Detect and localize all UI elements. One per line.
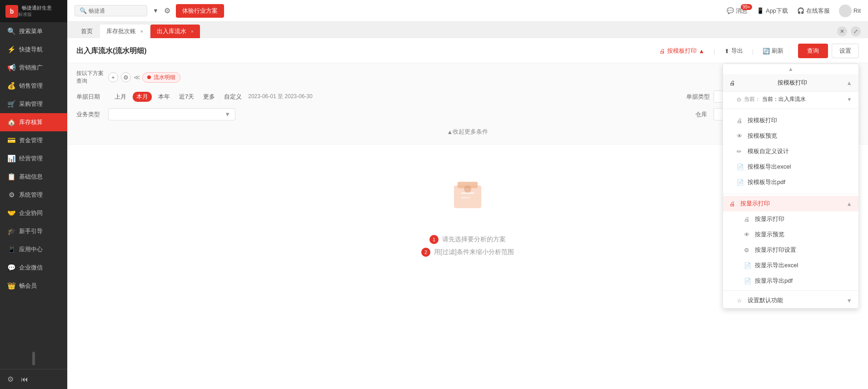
active-filter-tag[interactable]: 流水明细 [142,72,180,83]
trial-btn[interactable]: 体验行业方案 [176,4,224,18]
sidebar-item-quick-nav[interactable]: ⚡ 快捷导航 [0,40,67,59]
chevron-up-icon: ▲ [698,48,704,55]
sidebar-item-finance[interactable]: 💳 资金管理 [0,131,67,150]
set-default-label: 设置默认功能 [748,296,783,304]
date-last-month[interactable]: 上月 [112,92,129,102]
sidebar-item-search[interactable]: 🔍 搜索菜单 [0,22,67,40]
wechat-icon: 💬 [7,264,15,272]
user-avatar-area[interactable]: Rit [839,5,861,17]
printer-icon: 🖨 [659,48,665,55]
sidebar-item-guide[interactable]: 🎓 新手引导 [0,222,67,240]
date-7days[interactable]: 近7天 [176,92,197,102]
template-print-item[interactable]: 🖨 按模板打印 [723,113,858,128]
filter-settings-btn[interactable]: ⚙ [121,72,131,82]
date-more[interactable]: 更多 [200,92,218,102]
sidebar-item-vip[interactable]: 👑 畅会员 [0,277,67,295]
dropdown-close-arrow[interactable]: ▲ [846,80,852,86]
date-this-month[interactable]: 本月 [133,92,152,102]
refresh-btn[interactable]: 🔄 刷新 [759,45,787,57]
topbar-right: 💬 消息 99+ 📱 App下载 🎧 在线客服 Rit [727,5,861,17]
sidebar-item-purchase[interactable]: 🛒 采购管理 [0,95,67,113]
sidebar-item-inventory[interactable]: 🏠 库存核算 [0,113,67,131]
svg-point-4 [464,185,471,193]
scroll-up-icon[interactable]: ▲ [788,66,793,72]
tab-home-label: 首页 [81,28,93,35]
business-type-select[interactable]: ▼ [108,108,235,120]
filter-collapse-btn[interactable]: ≪ [134,74,140,81]
print-template-btn[interactable]: 🖨 按模板打印 ▲ [656,45,708,57]
search-box[interactable]: 🔍 [75,5,147,16]
template-excel-item[interactable]: 📄 按模板导出excel [723,159,858,175]
action-divider-1: | [713,48,715,55]
display-print-settings-item[interactable]: ⚙ 按显示打印设置 [723,242,858,258]
basic-icon: 📋 [7,173,15,181]
step-2-num: 2 [421,248,430,257]
sidebar-item-label: 库存核算 [19,118,43,126]
display-print-label: 按显示打印 [755,215,784,223]
online-service-item[interactable]: 🎧 在线客服 [797,7,830,15]
page-title: 出入库流水(流水明细) [76,46,147,56]
search-dropdown-icon[interactable]: ▼ [153,7,159,14]
sidebar-item-system[interactable]: ⚙ 系统管理 [0,186,67,204]
sidebar-item-wechat[interactable]: 💬 企业微信 [0,259,67,277]
export-btn[interactable]: ⬆ 导出 [721,45,747,57]
filter-tag-dot [147,75,151,79]
display-print-item[interactable]: 🖨 按显示打印 [723,211,858,227]
message-item[interactable]: 💬 消息 99+ [727,7,748,15]
current-arrow[interactable]: ▼ [847,96,852,103]
vip-icon: 👑 [7,282,15,290]
pdf-sub-icon: 📄 [744,278,751,284]
template-preview-item[interactable]: 👁 按模板预览 [723,128,858,144]
sidebar: b 畅捷通好生意 标准版 🔍 搜索菜单 ⚡ 快捷导航 📢 营销推广 💰 [0,0,67,389]
display-pdf-item[interactable]: 📄 按显示导出pdf [723,273,858,289]
design-icon: ✏ [737,148,744,155]
search-input[interactable] [89,8,134,14]
display-preview-item[interactable]: 👁 按显示预览 [723,227,858,242]
tab-flow-close[interactable]: × [191,29,194,34]
settings-bottom-icon[interactable]: ⚙ [7,375,14,384]
print-sub-icon: 🖨 [744,216,751,223]
query-btn[interactable]: 查询 [798,44,828,58]
template-pdf-item[interactable]: 📄 按模板导出pdf [723,175,858,190]
excel-sub-icon: 📄 [744,262,751,269]
print-template-label: 按模板打印 [667,47,697,55]
sidebar-item-label: 销售管理 [19,82,43,90]
date-this-year[interactable]: 本年 [155,92,173,102]
date-label: 单据日期 [76,93,108,101]
sidebar-item-label: 营销推广 [19,64,43,72]
sidebar-item-sales[interactable]: 💰 销售管理 [0,77,67,95]
sidebar-item-label: 快捷导航 [19,45,43,54]
gear-icon[interactable]: ⚙ [164,6,170,15]
sidebar-item-basic[interactable]: 📋 基础信息 [0,168,67,186]
template-custom-item[interactable]: ✏ 模板自定义设计 [723,144,858,159]
sidebar-item-marketing[interactable]: 📢 营销推广 [0,59,67,77]
filter-add-btn[interactable]: + [108,72,118,82]
current-value: 当前：出入库流水 [762,95,806,103]
tab-batch[interactable]: 库存批次账 × [100,25,150,38]
dropdown-current: ⊙ 当前： 当前：出入库流水 ▼ [723,92,858,107]
expand-window-btn[interactable]: ⤢ [851,26,861,36]
page-actions: 🖨 按模板打印 ▲ | ⬆ 导出 | 🔄 刷新 查询 [656,44,859,58]
sidebar-bottom: ⚙ ⏮ [0,369,67,389]
close-window-btn[interactable]: ✕ [837,26,847,36]
set-default-item[interactable]: ☆ 设置默认功能 ▼ [723,293,858,308]
app-download-item[interactable]: 📱 App下载 [757,7,788,15]
collapse-sidebar-icon[interactable]: ⏮ [21,375,28,384]
tab-home[interactable]: 首页 [75,25,99,38]
empty-step-1: 1 请先选择要分析的方案 [429,235,506,244]
refresh-icon: 🔄 [763,48,770,55]
date-custom[interactable]: 自定义 [221,92,244,102]
collapse-conditions-btn[interactable]: ▲ 收起更多条件 [440,126,496,138]
export-icon: ⬆ [724,48,729,55]
display-section-header[interactable]: 🖨 按显示打印 ▲ [723,196,858,211]
display-excel-item[interactable]: 📄 按显示导出excel [723,258,858,273]
settings-btn[interactable]: 设置 [832,44,859,58]
sidebar-item-collab[interactable]: 🤝 企业协同 [0,204,67,222]
tab-flow[interactable]: 出入库流水 × [150,25,200,38]
avatar [839,5,852,17]
app-center-icon: 📱 [7,245,15,254]
tab-batch-close[interactable]: × [140,29,143,34]
sidebar-item-operations[interactable]: 📊 经营管理 [0,150,67,168]
sidebar-item-app-center[interactable]: 📱 应用中心 [0,240,67,259]
display-section-label: 按显示打印 [740,199,770,208]
